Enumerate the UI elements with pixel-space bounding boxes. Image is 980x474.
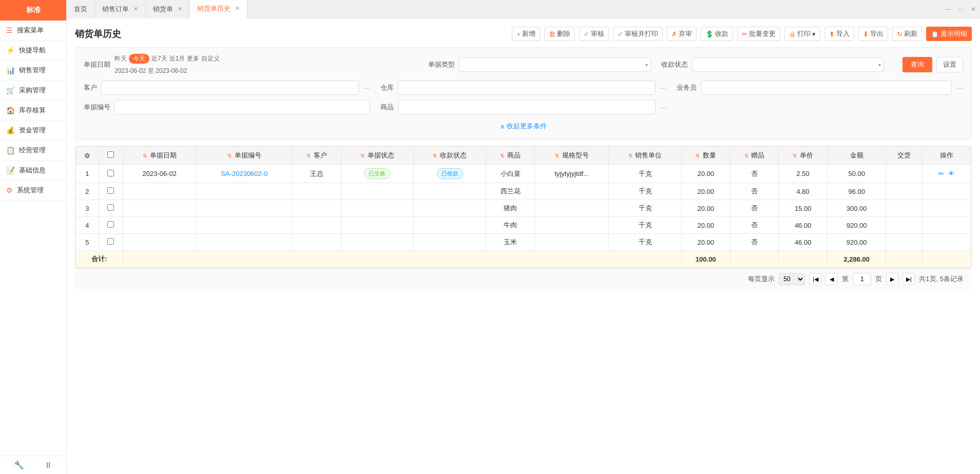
tab-sales-history-close[interactable]: ✕ bbox=[235, 5, 240, 12]
last-page-button[interactable]: ▶| bbox=[902, 273, 915, 285]
date-shortcut-last-month[interactable]: 近1月 bbox=[169, 54, 185, 63]
row-actions[interactable] bbox=[922, 217, 971, 234]
first-page-button[interactable]: |◀ bbox=[809, 273, 821, 285]
th-doc-no[interactable]: ⇅ 单据编号 bbox=[196, 147, 292, 165]
date-shortcut-today[interactable]: 今天 bbox=[129, 54, 149, 64]
th-doc-status[interactable]: ⇅ 单据状态 bbox=[341, 147, 413, 165]
warehouse-input[interactable] bbox=[398, 81, 656, 95]
sidebar-settings-icon[interactable]: 🔧 bbox=[14, 460, 24, 470]
tab-sales-goods-close[interactable]: ✕ bbox=[178, 6, 182, 12]
th-gift[interactable]: ⇅ 赠品 bbox=[730, 147, 779, 165]
date-shortcut-last7[interactable]: 近7天 bbox=[151, 54, 167, 63]
add-button[interactable]: + 新增 bbox=[512, 27, 540, 41]
window-minimize[interactable]: ─ bbox=[942, 6, 955, 13]
th-spec[interactable]: ⇅ 规格型号 bbox=[535, 147, 609, 165]
query-button[interactable]: 查询 bbox=[902, 57, 932, 72]
row-doc-no[interactable] bbox=[196, 217, 292, 234]
doc-no-link[interactable]: SA-20230602-0 bbox=[221, 170, 267, 177]
row-select-checkbox[interactable] bbox=[107, 238, 114, 245]
th-goods[interactable]: ⇅ 商品 bbox=[486, 147, 535, 165]
prev-page-button[interactable]: ◀ bbox=[825, 273, 838, 285]
sidebar-item-basic-info[interactable]: 📝 基础信息 bbox=[0, 161, 66, 181]
setting-button[interactable]: 设置 bbox=[936, 57, 963, 72]
row-checkbox[interactable] bbox=[99, 183, 123, 200]
row-doc-no[interactable] bbox=[196, 200, 292, 217]
row-actions[interactable]: ✏👁 bbox=[922, 165, 971, 183]
sidebar-item-quick-nav[interactable]: ⚡ 快捷导航 bbox=[0, 41, 66, 61]
action-查看[interactable]: 👁 bbox=[948, 170, 955, 177]
review-print-button[interactable]: ✓ 审核并打印 bbox=[613, 27, 663, 41]
customer-input[interactable] bbox=[101, 81, 359, 95]
th-checkbox[interactable] bbox=[99, 147, 123, 165]
row-doc-no[interactable] bbox=[196, 183, 292, 200]
review-button[interactable]: ✓ 审核 bbox=[579, 27, 609, 41]
row-checkbox[interactable] bbox=[99, 217, 123, 234]
staff-input[interactable] bbox=[701, 81, 952, 95]
warehouse-dots-icon[interactable]: ··· bbox=[661, 84, 667, 92]
tab-home[interactable]: 首页 bbox=[67, 0, 95, 18]
sidebar-item-finance[interactable]: 💰 资金管理 bbox=[0, 121, 66, 141]
sidebar-item-inventory[interactable]: 🏠 库存核算 bbox=[0, 101, 66, 121]
sidebar-item-business[interactable]: 📋 经营管理 bbox=[0, 141, 66, 161]
row-checkbox[interactable] bbox=[99, 165, 123, 183]
tab-sales-goods[interactable]: 销货单 ✕ bbox=[146, 0, 190, 18]
print-button[interactable]: 🖨 打印 ▾ bbox=[784, 27, 820, 41]
th-date[interactable]: ⇅ 单据日期 bbox=[123, 147, 196, 165]
row-select-checkbox[interactable] bbox=[107, 221, 114, 228]
row-actions[interactable] bbox=[922, 234, 971, 251]
import-button[interactable]: ⬆ 导入 bbox=[824, 27, 854, 41]
collapse-filters-button[interactable]: ∧ 收起更多条件 bbox=[84, 120, 963, 133]
row-actions[interactable] bbox=[922, 183, 971, 200]
row-select-checkbox[interactable] bbox=[107, 187, 114, 194]
select-all-checkbox[interactable] bbox=[107, 151, 114, 158]
sidebar-item-search-menu[interactable]: ☰ 搜索菜单 bbox=[0, 21, 66, 41]
staff-dots-icon[interactable]: ··· bbox=[957, 84, 963, 92]
refresh-button[interactable]: ↻ 刷新 bbox=[892, 27, 922, 41]
sidebar-pause-icon[interactable]: ⏸ bbox=[44, 461, 52, 470]
th-pay-status[interactable]: ⇅ 收款状态 bbox=[414, 147, 486, 165]
row-doc-no[interactable] bbox=[196, 234, 292, 251]
action-编辑[interactable]: ✏ bbox=[938, 170, 944, 177]
sidebar-item-sys-mgmt[interactable]: ⚙ 系统管理 bbox=[0, 181, 66, 201]
th-price[interactable]: ⇅ 单价 bbox=[779, 147, 828, 165]
row-select-checkbox[interactable] bbox=[107, 170, 114, 176]
th-gear[interactable]: ⚙ bbox=[76, 147, 99, 165]
date-range-display[interactable]: 2023-06-02 至 2023-06-02 bbox=[114, 67, 220, 75]
goods-input[interactable] bbox=[398, 100, 656, 114]
window-maximize[interactable]: □ bbox=[955, 6, 967, 13]
per-page-select[interactable]: 50 100 200 bbox=[779, 273, 805, 285]
window-close[interactable]: ✕ bbox=[967, 6, 980, 13]
row-select-checkbox[interactable] bbox=[107, 204, 114, 211]
date-shortcut-yesterday[interactable]: 昨天 bbox=[114, 54, 127, 63]
row-checkbox[interactable] bbox=[99, 234, 123, 251]
date-shortcut-more[interactable]: 更多 bbox=[187, 54, 199, 63]
th-transaction[interactable]: 交货 bbox=[886, 147, 922, 165]
sidebar-item-purchase-mgmt[interactable]: 🛒 采购管理 bbox=[0, 81, 66, 101]
tab-sales-order[interactable]: 销售订单 ✕ bbox=[95, 0, 146, 18]
doc-type-select[interactable] bbox=[459, 57, 651, 72]
next-page-button[interactable]: ▶ bbox=[886, 273, 898, 285]
export-button[interactable]: ⬇ 导出 bbox=[858, 27, 888, 41]
batch-change-button[interactable]: ✏ 批量变更 bbox=[737, 27, 780, 41]
gear-icon[interactable]: ⚙ bbox=[84, 152, 90, 160]
tab-sales-order-close[interactable]: ✕ bbox=[133, 6, 138, 12]
date-shortcut-custom[interactable]: 自定义 bbox=[201, 54, 220, 63]
row-checkbox[interactable] bbox=[99, 200, 123, 217]
goods-dots-icon[interactable]: ··· bbox=[661, 103, 667, 111]
collect-button[interactable]: 💲 收款 bbox=[701, 27, 733, 41]
delete-button[interactable]: 🗑 删除 bbox=[544, 27, 575, 41]
show-detail-button[interactable]: 📋 显示明细 bbox=[926, 27, 972, 41]
page-number-input[interactable] bbox=[853, 273, 871, 285]
th-qty[interactable]: ⇅ 数量 bbox=[681, 147, 730, 165]
row-actions[interactable] bbox=[922, 200, 971, 217]
tab-sales-history[interactable]: 销货单历史 ✕ bbox=[190, 0, 247, 18]
abandon-button[interactable]: ✗ 弃审 bbox=[667, 27, 697, 41]
th-customer[interactable]: ⇅ 客户 bbox=[292, 147, 341, 165]
payment-status-select[interactable] bbox=[692, 57, 884, 72]
doc-no-input[interactable] bbox=[114, 100, 370, 114]
row-doc-no[interactable]: SA-20230602-0 bbox=[196, 165, 292, 183]
customer-dots-icon[interactable]: ··· bbox=[364, 84, 370, 92]
th-unit[interactable]: ⇅ 销售单位 bbox=[609, 147, 681, 165]
th-amount[interactable]: 金额 bbox=[827, 147, 886, 165]
sidebar-item-sales-mgmt[interactable]: 📊 销售管理 bbox=[0, 61, 66, 81]
